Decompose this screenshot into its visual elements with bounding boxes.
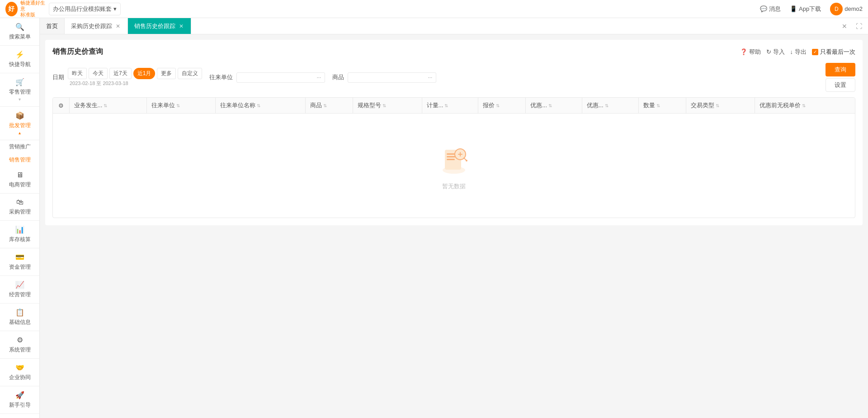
chevron-down-icon: ▾: [113, 5, 117, 12]
message-btn[interactable]: 💬 消息: [760, 5, 781, 13]
setting-button[interactable]: 设置: [826, 78, 855, 92]
app-download-btn[interactable]: 📱 App下载: [790, 5, 821, 13]
sidebar-item-basic-info[interactable]: 📋 基础信息: [0, 304, 39, 331]
close-tab-btn[interactable]: ✕: [839, 21, 850, 32]
tab-label: 销售历史价跟踪: [134, 22, 175, 30]
chevron-down-icon: ▾: [19, 97, 21, 102]
table-header-row: ⚙ 业务发生... ⇅ 往来单: [53, 98, 855, 114]
lightning-icon: ⚡: [15, 50, 24, 59]
sidebar-item-label: 快捷导航: [9, 61, 31, 68]
cart-icon: 🛒: [15, 78, 24, 86]
sidebar-item-label: 搜索菜单: [9, 33, 31, 41]
chevron-up-icon: ▴: [19, 130, 21, 135]
sidebar-item-purchase-mgr[interactable]: 🛍 采购管理: [0, 194, 39, 221]
search-button[interactable]: 查询: [826, 63, 855, 76]
export-btn[interactable]: ↓ 导出: [790, 48, 807, 56]
date-btn-custom[interactable]: 自定义: [178, 68, 202, 79]
workspace-dropdown[interactable]: 办公用品行业模拟账套 ▾: [49, 3, 121, 15]
page-card: 销售历史价查询 ❓ 帮助 ↻ 导入 ↓ 导出: [45, 40, 863, 225]
table-header-gear[interactable]: ⚙: [53, 98, 69, 114]
sidebar-item-wholesale[interactable]: 📦 批发管理 ▴: [0, 107, 39, 140]
main-layout: 🔍 搜索菜单 ⚡ 快捷导航 🛒 零售管理 ▾ 📦 批发管理 ▴ 营销推广 销售管…: [0, 18, 868, 418]
date-btn-today[interactable]: 今天: [89, 68, 108, 79]
sidebar-item-enterprise[interactable]: 🤝 企业协同: [0, 359, 39, 386]
sidebar-item-label: 新手引导: [9, 401, 31, 409]
logo-area: 好 畅捷通好生意 标准版: [5, 0, 45, 18]
tab-sales[interactable]: 销售历史价跟踪 ✕: [128, 18, 191, 34]
table-header-biz-date[interactable]: 业务发生... ⇅: [69, 98, 147, 114]
sidebar-item-guide[interactable]: 🚀 新手引导: [0, 386, 39, 414]
message-icon: 💬: [760, 5, 767, 12]
tab-home[interactable]: 首页: [40, 18, 65, 34]
table-header-qty[interactable]: 数量 ⇅: [638, 98, 686, 114]
table-header-partner-name[interactable]: 往来单位名称 ⇅: [216, 98, 306, 114]
date-btn-7days[interactable]: 近7天: [109, 68, 132, 79]
goods-label: 商品: [332, 73, 344, 81]
table-header-partner-code[interactable]: 往来单位 ⇅: [147, 98, 216, 114]
trending-icon: 📈: [15, 280, 24, 289]
content-area: 首页 采购历史价跟踪 ✕ 销售历史价跟踪 ✕ ✕ ⛶ 销售历史价查询: [40, 18, 868, 418]
sort-icon: ⇅: [716, 103, 719, 108]
goods-input[interactable]: [352, 74, 428, 81]
table-header-spec[interactable]: 规格型号 ⇅: [353, 98, 422, 114]
sidebar-item-quick-nav[interactable]: ⚡ 快捷导航: [0, 46, 39, 73]
table-header-discount2[interactable]: 优惠... ⇅: [582, 98, 638, 114]
filter-row: 日期 昨天 今天 近7天 近1月 更多 自定义 2023-02-18 至 202…: [52, 63, 855, 92]
page-actions: ❓ 帮助 ↻ 导入 ↓ 导出 ✓ 只看最后一次: [740, 48, 856, 56]
goods-input-wrapper[interactable]: ···: [348, 72, 436, 83]
sidebar-item-retail[interactable]: 🛒 零售管理 ▾: [0, 73, 39, 107]
tab-label: 首页: [46, 22, 58, 30]
sidebar-item-label: 资金管理: [9, 263, 31, 271]
sort-icon: ⇅: [257, 103, 260, 108]
sidebar-item-label: 批发管理: [9, 122, 31, 129]
sidebar-item-label: 零售管理: [9, 88, 31, 96]
sort-icon: ⇅: [496, 103, 500, 108]
sidebar-item-operation[interactable]: 📈 经营管理: [0, 276, 39, 304]
table-header-price[interactable]: 报价 ⇅: [478, 98, 526, 114]
gear-icon: ⚙: [58, 102, 64, 109]
sidebar-item-search[interactable]: 🔍 搜索菜单: [0, 18, 39, 46]
user-menu[interactable]: D demo2: [830, 3, 863, 15]
sidebar-item-sales-mgr[interactable]: 销售管理: [0, 153, 39, 166]
export-icon: ↓: [790, 48, 793, 55]
help-btn[interactable]: ❓ 帮助: [740, 48, 761, 56]
sidebar-item-inventory[interactable]: 📊 库存核算: [0, 221, 39, 248]
sidebar-item-label: 企业协同: [9, 374, 31, 381]
close-icon[interactable]: ✕: [115, 23, 121, 29]
table-header-discount1[interactable]: 优惠... ⇅: [526, 98, 582, 114]
box-icon: 📦: [15, 111, 24, 120]
sidebar-item-label: 系统管理: [9, 346, 31, 354]
sidebar-item-marketing[interactable]: 营销推广: [0, 140, 39, 153]
date-btn-more[interactable]: 更多: [157, 68, 176, 79]
top-header: 好 畅捷通好生意 标准版 办公用品行业模拟账套 ▾ 💬 消息 📱 App下载 D…: [0, 0, 868, 18]
table-header-goods[interactable]: 商品 ⇅: [306, 98, 353, 114]
sidebar-item-label: 电商管理: [9, 181, 31, 189]
maximize-btn[interactable]: ⛶: [854, 21, 864, 32]
sidebar-item-label: 经营管理: [9, 291, 31, 299]
checkbox-icon: ✓: [812, 49, 818, 55]
partner-filter-group: 往来单位 ···: [209, 72, 325, 83]
date-btn-yesterday[interactable]: 昨天: [68, 68, 87, 79]
table-header-pretax-price[interactable]: 优惠前无税单价 ⇅: [755, 98, 855, 114]
logo-icon: 好: [5, 2, 18, 16]
sidebar-item-system[interactable]: ⚙ 系统管理: [0, 331, 39, 359]
sidebar-item-label: 基础信息: [9, 318, 31, 326]
clipboard-icon: 📋: [15, 308, 24, 317]
close-icon[interactable]: ✕: [178, 23, 184, 29]
sidebar-item-ecommerce[interactable]: 🖥 电商管理: [0, 166, 39, 194]
date-btn-1month[interactable]: 近1月: [133, 68, 156, 79]
sidebar-item-finance[interactable]: 💳 资金管理: [0, 248, 39, 276]
table-header-unit[interactable]: 计量... ⇅: [422, 98, 478, 114]
rocket-icon: 🚀: [15, 391, 24, 399]
sort-icon: ⇅: [382, 103, 386, 108]
tab-purchase[interactable]: 采购历史价跟踪 ✕: [65, 18, 128, 34]
only-last-checkbox[interactable]: ✓ 只看最后一次: [812, 48, 855, 56]
table-header-trade-type[interactable]: 交易类型 ⇅: [686, 98, 755, 114]
sidebar-item-app-center[interactable]: 📱 应用中心: [0, 414, 39, 418]
partner-input[interactable]: [241, 74, 316, 81]
partner-input-wrapper[interactable]: ···: [236, 72, 325, 83]
svg-rect-4: [447, 159, 455, 160]
empty-state: 暂无数据: [53, 114, 855, 218]
import-btn[interactable]: ↻ 导入: [766, 48, 785, 56]
logo-text: 畅捷通好生意 标准版: [20, 0, 45, 18]
